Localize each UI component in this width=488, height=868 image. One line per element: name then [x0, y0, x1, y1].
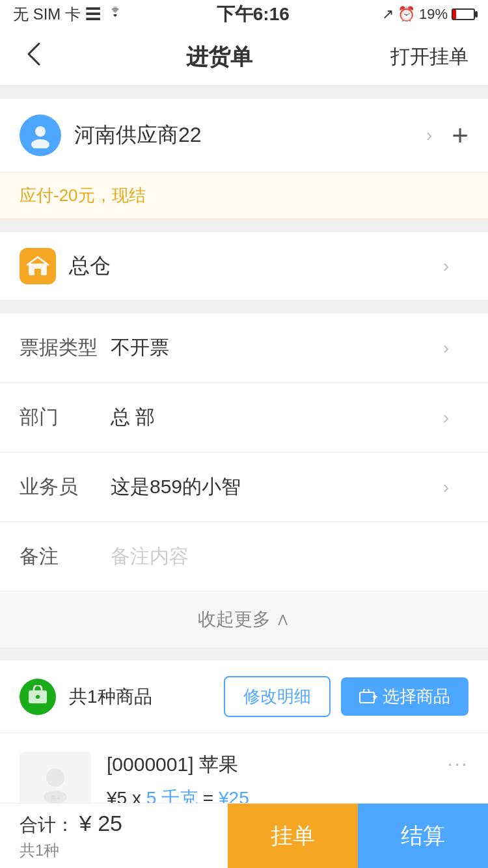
product-code: [0000001]	[107, 753, 193, 775]
warehouse-icon	[20, 248, 56, 284]
remark-label: 备注	[20, 543, 111, 570]
bottom-bar: 合计： ¥ 25 共1种 挂单 结算	[0, 803, 488, 868]
alarm-icon: ⏰	[398, 6, 415, 23]
invoice-type-label: 票据类型	[20, 334, 111, 361]
svg-rect-3	[34, 269, 41, 275]
status-bar: 无 SIM 卡 ☰ 下午6:16 ↗ ⏰ 19%	[0, 0, 488, 29]
svg-point-5	[36, 695, 40, 699]
invoice-type-value: 不开票	[111, 334, 443, 361]
products-icon	[20, 679, 56, 715]
salesperson-value: 这是859的小智	[111, 474, 443, 500]
section-gap-3	[0, 300, 488, 313]
products-header: 共1种商品 修改明细 选择商品	[0, 660, 488, 733]
hang-order-button[interactable]: 挂单	[228, 804, 358, 869]
collapse-button[interactable]: 收起更多 ∧	[0, 591, 488, 647]
supplier-chevron-icon: ›	[426, 125, 432, 146]
status-right: ↗ ⏰ 19%	[382, 6, 475, 23]
battery-percent: 19%	[419, 6, 448, 23]
svg-text:兽+: 兽+	[50, 794, 61, 802]
bottom-total: 合计： ¥ 25 共1种	[0, 811, 228, 861]
supplier-row: 河南供应商22 › +	[0, 99, 488, 172]
salesperson-row[interactable]: 业务员 这是859的小智 ›	[0, 452, 488, 521]
invoice-type-chevron: ›	[443, 338, 449, 359]
product-more-button[interactable]: ···	[447, 752, 468, 776]
sim-status: 无 SIM 卡 ☰	[13, 4, 101, 25]
salesperson-label: 业务员	[20, 474, 111, 500]
invoice-type-row[interactable]: 票据类型 不开票 ›	[0, 313, 488, 382]
products-count-label: 共1种商品	[69, 685, 224, 709]
checkout-button[interactable]: 结算	[358, 804, 488, 869]
page-title: 进货单	[186, 42, 252, 72]
warehouse-section: 总仓 ›	[0, 232, 488, 300]
total-row: 合计： ¥ 25	[20, 811, 208, 837]
warehouse-row[interactable]: 总仓 ›	[0, 232, 488, 300]
status-time: 下午6:16	[217, 2, 290, 27]
section-gap-1	[0, 86, 488, 99]
section-gap-4	[0, 647, 488, 660]
location-icon: ↗	[382, 6, 394, 23]
total-amount: ¥ 25	[79, 811, 122, 835]
status-left: 无 SIM 卡 ☰	[13, 4, 124, 25]
open-pending-button[interactable]: 打开挂单	[390, 44, 468, 70]
product-info: [0000001] 苹果 ¥5 x 5 千克 = ¥25	[107, 752, 431, 811]
battery-icon	[452, 8, 475, 20]
supplier-name[interactable]: 河南供应商22	[74, 121, 426, 150]
edit-details-button[interactable]: 修改明细	[224, 676, 331, 717]
back-button[interactable]	[20, 34, 48, 79]
total-count: 共1种	[20, 840, 208, 861]
supplier-avatar	[20, 115, 61, 156]
warehouse-chevron-icon: ›	[443, 256, 449, 277]
notice-banner: 应付-20元，现结	[0, 172, 488, 219]
section-gap-2	[0, 219, 488, 232]
select-product-button[interactable]: 选择商品	[341, 677, 468, 716]
department-chevron: ›	[443, 407, 449, 428]
svg-rect-6	[360, 692, 374, 703]
total-label: 合计：	[20, 815, 74, 835]
department-value: 总 部	[111, 404, 443, 431]
department-label: 部门	[20, 404, 111, 431]
wifi-icon	[106, 5, 124, 23]
add-supplier-button[interactable]: +	[452, 119, 468, 152]
warehouse-name: 总仓	[69, 252, 443, 280]
supplier-section: 河南供应商22 › + 应付-20元，现结	[0, 99, 488, 219]
nav-bar: 进货单 打开挂单	[0, 29, 488, 86]
remark-input[interactable]: 备注内容	[111, 543, 468, 570]
department-row[interactable]: 部门 总 部 ›	[0, 383, 488, 452]
svg-point-0	[35, 126, 46, 137]
svg-point-1	[31, 139, 49, 148]
product-title: 苹果	[199, 753, 238, 775]
form-section: 票据类型 不开票 › 部门 总 部 › 业务员 这是859的小智 › 备注 备注…	[0, 313, 488, 647]
select-product-label: 选择商品	[383, 685, 450, 708]
product-name: [0000001] 苹果	[107, 752, 431, 778]
remark-row: 备注 备注内容	[0, 522, 488, 591]
svg-point-7	[46, 768, 64, 787]
salesperson-chevron: ›	[443, 477, 449, 498]
